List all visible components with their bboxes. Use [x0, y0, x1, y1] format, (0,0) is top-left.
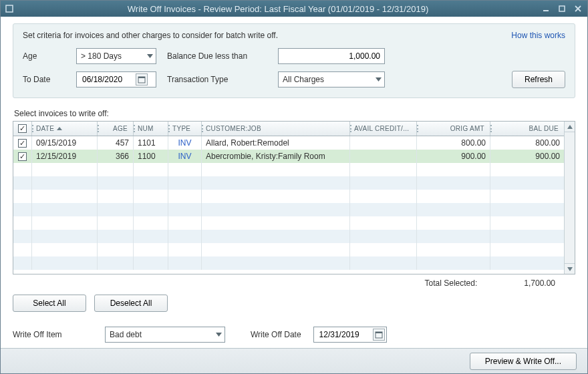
table-rows: 09/15/20194571101INVAllard, Robert:Remod…: [13, 136, 564, 274]
titlebar: Write Off Invoices - Review Period: Last…: [1, 1, 587, 17]
preview-writeoff-button[interactable]: Preview & Write Off...: [470, 353, 577, 370]
scroll-down-icon[interactable]: [565, 263, 575, 274]
table-row[interactable]: 09/15/20194571101INVAllard, Robert:Remod…: [13, 136, 564, 150]
svg-rect-1: [543, 10, 549, 11]
header-customer[interactable]: CUSTOMER:JOB: [202, 122, 350, 136]
calendar-icon[interactable]: [136, 73, 148, 85]
close-button[interactable]: [571, 3, 585, 14]
baldue-label: Balance Due less than: [167, 51, 267, 61]
invoice-type-link[interactable]: INV: [178, 152, 191, 161]
window-icon: [5, 4, 14, 13]
table-header: DATE AGE NUM TYPE: [13, 122, 564, 136]
txntype-label: Transaction Type: [167, 75, 267, 84]
table-row: [13, 203, 564, 216]
age-dropdown[interactable]: > 180 Days: [76, 48, 156, 64]
writeoff-item-dropdown[interactable]: Bad debt: [105, 327, 225, 343]
deselect-all-button[interactable]: Deselect All: [94, 295, 168, 312]
table-row: [13, 190, 564, 203]
header-avail-credit[interactable]: AVAIL CREDIT/...: [350, 122, 417, 136]
calendar-icon[interactable]: [373, 329, 385, 341]
age-label: Age: [23, 51, 65, 61]
table-row: [13, 216, 564, 230]
svg-marker-5: [147, 54, 153, 58]
todate-label: To Date: [23, 75, 65, 84]
svg-marker-8: [376, 77, 382, 81]
svg-rect-2: [559, 6, 565, 11]
todate-field[interactable]: [81, 74, 133, 85]
table-row: [13, 176, 564, 190]
scroll-up-icon[interactable]: [565, 122, 575, 132]
writeoff-item-value: Bad debt: [110, 330, 142, 339]
txntype-dropdown[interactable]: All Charges: [278, 71, 385, 87]
invoice-table: DATE AGE NUM TYPE: [13, 121, 575, 274]
select-invoices-label: Select invoices to write off:: [14, 109, 575, 118]
svg-marker-11: [216, 333, 222, 337]
svg-rect-13: [376, 332, 382, 333]
footer-bar: Preview & Write Off...: [1, 348, 587, 373]
vertical-scrollbar[interactable]: [564, 122, 575, 274]
chevron-down-icon: [375, 76, 382, 83]
chevron-down-icon: [146, 53, 153, 59]
svg-rect-0: [6, 5, 13, 12]
table-row[interactable]: 12/15/20193661100INVAbercrombie, Kristy:…: [13, 150, 564, 163]
select-all-button[interactable]: Select All: [13, 295, 86, 312]
todate-input[interactable]: [76, 71, 156, 87]
minimize-button[interactable]: [539, 3, 553, 14]
window-title: Write Off Invoices - Review Period: Last…: [19, 4, 537, 14]
svg-rect-7: [138, 77, 145, 78]
content-area: Set criteria for invoices and other char…: [1, 17, 587, 348]
scroll-track[interactable]: [565, 132, 575, 263]
invoice-type-link[interactable]: INV: [178, 138, 191, 148]
check-all-checkbox[interactable]: [18, 124, 27, 133]
header-type[interactable]: TYPE: [168, 122, 202, 136]
header-bal-due[interactable]: BAL DUE: [490, 122, 564, 136]
txntype-value: All Charges: [283, 75, 324, 84]
table-row: [13, 243, 564, 256]
total-row: Total Selected: 1,700.00: [13, 274, 575, 291]
chevron-down-icon: [215, 331, 222, 338]
svg-marker-9: [567, 125, 573, 129]
criteria-panel: Set criteria for invoices and other char…: [13, 23, 575, 98]
criteria-instruction: Set criteria for invoices and other char…: [23, 31, 278, 40]
writeoff-date-field[interactable]: [318, 329, 370, 340]
baldue-field[interactable]: [283, 51, 382, 61]
header-date[interactable]: DATE: [32, 122, 98, 136]
header-orig-amt[interactable]: ORIG AMT: [417, 122, 490, 136]
svg-marker-10: [567, 267, 573, 271]
refresh-button[interactable]: Refresh: [512, 71, 565, 88]
table-row: [13, 256, 564, 270]
writeoff-settings: Write Off Item Bad debt Write Off Date: [13, 327, 575, 343]
row-checkbox[interactable]: [18, 139, 27, 148]
total-label: Total Selected:: [425, 278, 478, 288]
total-value: 1,700.00: [524, 278, 555, 288]
refresh-label: Refresh: [525, 75, 553, 84]
table-row: [13, 230, 564, 243]
header-age[interactable]: AGE: [98, 122, 134, 136]
header-check-all[interactable]: [13, 122, 32, 136]
writeoff-item-label: Write Off Item: [13, 330, 93, 339]
age-value: > 180 Days: [81, 51, 122, 61]
write-off-window: Write Off Invoices - Review Period: Last…: [0, 0, 588, 374]
table-row: [13, 163, 564, 176]
writeoff-date-input[interactable]: [313, 327, 387, 343]
help-link[interactable]: How this works: [511, 31, 565, 40]
header-num[interactable]: NUM: [134, 122, 168, 136]
row-checkbox[interactable]: [18, 152, 27, 161]
baldue-input[interactable]: [278, 48, 385, 64]
writeoff-date-label: Write Off Date: [251, 330, 301, 339]
maximize-button[interactable]: [555, 3, 569, 14]
sort-asc-icon: [57, 127, 62, 130]
